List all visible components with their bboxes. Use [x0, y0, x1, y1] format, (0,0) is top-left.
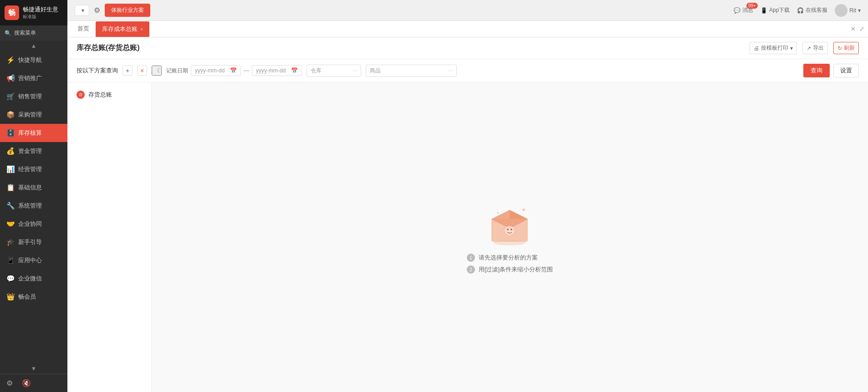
date-to-placeholder: yyyy-mm-dd: [256, 67, 286, 74]
filter-collapse-btn[interactable]: 《: [152, 66, 162, 76]
svg-text:✦: ✦: [521, 206, 526, 214]
sidebar-item-vip[interactable]: 👑 畅会员: [0, 288, 67, 306]
user-chevron-icon: ▾: [858, 7, 861, 14]
logo: 畅 畅捷通好生意 标准版: [0, 0, 67, 25]
sidebar-item-sales[interactable]: 🛒 销售管理: [0, 87, 67, 106]
sidebar-item-label: 基础信息: [18, 183, 42, 192]
filter-del-btn[interactable]: ×: [137, 66, 147, 76]
gear-icon[interactable]: ⚙: [92, 4, 102, 16]
scheme-item-label: 存货总账: [88, 91, 112, 99]
sidebar-item-finance[interactable]: 💰 资金管理: [0, 142, 67, 160]
scroll-up-btn[interactable]: ▲: [0, 41, 67, 51]
message-btn[interactable]: 💬 消息 99+: [734, 6, 753, 14]
print-chevron-icon: ▾: [790, 45, 793, 51]
logo-sub: 标准版: [23, 14, 58, 20]
tab-home[interactable]: 首页: [71, 21, 96, 37]
sidebar-item-marketing[interactable]: 📢 营销推广: [0, 69, 67, 87]
empty-illustration: ✦ ✦: [482, 201, 537, 246]
settings-icon[interactable]: ⚙: [6, 379, 13, 387]
sidebar: 畅 畅捷通好生意 标准版 🔍 搜索菜单 ▲ ⚡ 快捷导航 📢 营销推广 🛒 销售…: [0, 0, 67, 392]
service-label: 在线客服: [806, 6, 827, 14]
tab-close-btn[interactable]: ✕: [851, 25, 856, 32]
date-label: 记账日期: [166, 67, 188, 75]
user-menu[interactable]: Rit ▾: [835, 4, 861, 17]
warehouse-more-icon: ···: [352, 67, 357, 74]
audio-icon[interactable]: 🔇: [22, 379, 31, 387]
goods-selector[interactable]: 商品 ···: [366, 65, 457, 77]
svg-point-6: [505, 226, 514, 235]
export-label: 导出: [813, 44, 824, 52]
purchase-icon: 📦: [6, 111, 15, 119]
filter-label: 按以下方案查询: [77, 66, 118, 75]
scroll-down-btn[interactable]: ▼: [0, 363, 67, 374]
quick-nav-icon: ⚡: [6, 56, 15, 64]
chevron-down-icon: ▾: [82, 7, 84, 14]
filter-add-btn[interactable]: +: [123, 66, 133, 76]
scheme-section: 存 存货总账: [67, 82, 152, 392]
sidebar-item-newbie[interactable]: 🎓 新手引导: [0, 233, 67, 251]
sidebar-item-label: 库存核算: [18, 129, 42, 137]
sidebar-item-label: 快捷导航: [18, 56, 42, 64]
export-icon: ↗: [807, 45, 811, 51]
hint1-text: 请先选择要分析的方案: [479, 254, 538, 262]
search-menu[interactable]: 🔍 搜索菜单: [0, 25, 67, 41]
sidebar-item-quick-nav[interactable]: ⚡ 快捷导航: [0, 51, 67, 69]
sidebar-item-label: 畅会员: [18, 293, 36, 301]
sidebar-item-label: 资金管理: [18, 147, 42, 155]
filter-bar: 按以下方案查询 + × 《 记账日期 yyyy-mm-dd 📅 — yyyy-m…: [67, 59, 868, 82]
sidebar-nav: ⚡ 快捷导航 📢 营销推广 🛒 销售管理 📦 采购管理 🗄️ 库存核算 💰 资金…: [0, 51, 67, 363]
service-icon: 🎧: [797, 7, 804, 14]
scheme-item-inventory[interactable]: 存 存货总账: [72, 87, 147, 102]
search-label: 搜索菜单: [14, 29, 36, 37]
export-btn[interactable]: ↗ 导出: [802, 42, 828, 54]
logo-text: 畅捷通好生意 标准版: [23, 6, 58, 20]
sidebar-item-system[interactable]: 🔧 系统管理: [0, 197, 67, 215]
calendar-from-icon: 📅: [230, 67, 237, 74]
tabbar-right: ✕ ⤢: [851, 25, 864, 32]
sidebar-item-wechat[interactable]: 💬 企业微信: [0, 270, 67, 288]
print-label: 按模板打印: [761, 44, 788, 52]
refresh-icon: ↻: [837, 45, 842, 51]
industry-btn[interactable]: 体验行业方案: [105, 4, 150, 17]
scheme-selector[interactable]: ▾: [75, 5, 89, 16]
content: 库存总账(存货总账) 🖨 按模板打印 ▾ ↗ 导出 ↻ 刷新 按以下方案查询: [67, 37, 868, 392]
topbar-right: 💬 消息 99+ 📱 App下载 🎧 在线客服 Rit ▾: [734, 4, 861, 17]
tab-inventory-cost[interactable]: 库存成本总账 ×: [96, 21, 149, 37]
tab-expand-icon[interactable]: ⤢: [859, 25, 864, 32]
action-buttons: 查询 设置: [803, 64, 859, 77]
refresh-btn[interactable]: ↻ 刷新: [833, 42, 859, 54]
tab-close-icon[interactable]: ×: [140, 26, 143, 32]
date-from-input[interactable]: yyyy-mm-dd 📅: [191, 65, 241, 76]
user-avatar: [835, 4, 848, 17]
sidebar-item-inventory[interactable]: 🗄️ 库存核算: [0, 124, 67, 142]
sidebar-item-apps[interactable]: 📱 应用中心: [0, 251, 67, 270]
message-badge: 99+: [746, 3, 758, 9]
sidebar-item-label: 企业微信: [18, 275, 42, 283]
hint2-text: 用[过滤]条件来缩小分析范围: [479, 265, 553, 274]
empty-text: 1 请先选择要分析的方案 2 用[过滤]条件来缩小分析范围: [467, 254, 553, 274]
enterprise-icon: 🤝: [6, 220, 15, 228]
step-1-num: 1: [467, 254, 475, 262]
setting-btn[interactable]: 设置: [833, 64, 859, 77]
sidebar-item-label: 经营管理: [18, 165, 42, 173]
app-download-btn[interactable]: 📱 App下载: [761, 6, 790, 14]
online-service-btn[interactable]: 🎧 在线客服: [797, 6, 827, 14]
sidebar-item-purchase[interactable]: 📦 采购管理: [0, 106, 67, 124]
print-btn[interactable]: 🖨 按模板打印 ▾: [750, 42, 797, 54]
date-from-placeholder: yyyy-mm-dd: [195, 67, 225, 74]
warehouse-selector[interactable]: 仓库 ···: [306, 65, 361, 77]
search-icon: 🔍: [5, 30, 11, 36]
sidebar-item-operations[interactable]: 📊 经营管理: [0, 160, 67, 178]
tab-active-label: 库存成本总账: [102, 25, 138, 33]
empty-state: ✦ ✦ 1 请先选择要分析的方案 2 用[过滤]条件来缩小分析范围: [467, 201, 553, 274]
date-to-input[interactable]: yyyy-mm-dd 📅: [252, 65, 302, 76]
warehouse-label: 仓库: [311, 67, 322, 75]
sidebar-item-label: 采购管理: [18, 111, 42, 119]
query-btn[interactable]: 查询: [803, 64, 830, 77]
sidebar-item-basic-info[interactable]: 📋 基础信息: [0, 178, 67, 197]
sidebar-item-label: 营销推广: [18, 74, 42, 82]
date-separator: —: [244, 67, 249, 74]
date-range-group: 记账日期 yyyy-mm-dd 📅 — yyyy-mm-dd 📅: [166, 65, 302, 76]
refresh-label: 刷新: [844, 44, 855, 52]
sidebar-item-enterprise[interactable]: 🤝 企业协同: [0, 215, 67, 233]
